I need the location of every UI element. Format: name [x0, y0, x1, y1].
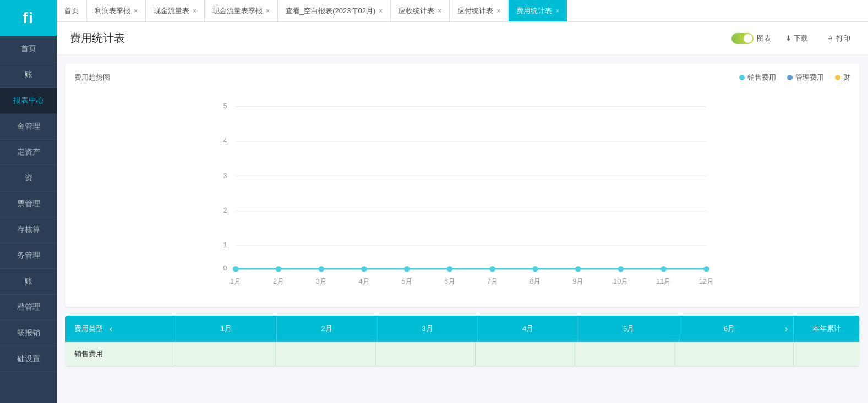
svg-text:5: 5	[223, 102, 227, 110]
sidebar-item-tickets[interactable]: 票管理	[0, 191, 57, 217]
sidebar-item-finance[interactable]: 金管理	[0, 114, 57, 140]
sidebar-item-ledger[interactable]: 账	[0, 269, 57, 295]
print-icon: 🖨	[827, 34, 834, 42]
page-header: 费用统计表 图表 ⬇ 下载 🖨 打印	[57, 22, 868, 55]
main-content: 首页 利润表季报 × 现金流量表 × 现金流量表季报 × 查看_空白报表(202…	[57, 0, 868, 403]
svg-text:2月: 2月	[273, 278, 284, 285]
tab-close-cashflow-quarterly[interactable]: ×	[266, 7, 270, 15]
chart-dot-5	[404, 266, 410, 272]
table-header-feb: 2月	[276, 316, 377, 342]
chart-toggle-wrap: 图表	[731, 33, 771, 44]
table-cell-sales-type: 销售费用	[65, 349, 176, 359]
header-actions: 图表 ⬇ 下载 🖨 打印	[731, 31, 855, 46]
table-cell-sales-may	[575, 342, 674, 366]
tab-home[interactable]: 首页	[57, 0, 87, 22]
tab-receivable[interactable]: 应收统计表 ×	[391, 0, 450, 22]
svg-text:4月: 4月	[358, 278, 369, 285]
table-header-ytd: 本年累计	[793, 316, 859, 342]
table-header-type: 费用类型 ‹	[65, 324, 176, 334]
table-header-mar: 3月	[377, 316, 478, 342]
legend-finance: 财	[835, 73, 850, 82]
svg-text:3: 3	[223, 172, 227, 180]
legend-management: 管理费用	[787, 73, 824, 82]
svg-text:3月: 3月	[316, 278, 327, 285]
table-cell-sales-mar	[375, 342, 475, 366]
download-button[interactable]: ⬇ 下载	[781, 31, 812, 46]
svg-text:7月: 7月	[487, 278, 498, 285]
legend-label-sales: 销售费用	[747, 73, 776, 82]
legend-dot-management	[787, 75, 793, 80]
chart-dot-10	[618, 266, 624, 272]
tab-close-expense-stats[interactable]: ×	[555, 7, 559, 15]
table-header-may: 5月	[578, 316, 679, 342]
tab-cashflow[interactable]: 现金流量表 ×	[146, 0, 205, 22]
tab-profit-quarterly[interactable]: 利润表季报 ×	[87, 0, 146, 22]
sidebar-item-archive[interactable]: 档管理	[0, 295, 57, 321]
table-header-jan: 1月	[176, 316, 276, 342]
legend-label-finance: 财	[843, 73, 850, 82]
chart-dot-7	[489, 266, 495, 272]
svg-text:2: 2	[223, 207, 227, 214]
tab-close-receivable[interactable]: ×	[438, 7, 441, 15]
table-header-apr: 4月	[477, 316, 578, 342]
chart-dot-8	[532, 266, 538, 272]
table-header-jun: 6月	[679, 316, 779, 342]
chart-dot-3	[319, 266, 325, 272]
svg-text:1月: 1月	[230, 278, 241, 285]
table-cell-sales-feb	[275, 342, 375, 366]
chart-header: 费用趋势图 销售费用 管理费用 财	[74, 73, 850, 82]
table-nav-next[interactable]: ›	[779, 324, 793, 334]
svg-text:0: 0	[223, 264, 227, 272]
chart-toggle[interactable]	[731, 33, 754, 44]
download-icon: ⬇	[785, 34, 791, 42]
tab-close-cashflow[interactable]: ×	[193, 7, 196, 15]
sidebar: fi 首页 账 报表中心 金管理 定资产 资 票管理 存核算 务管理 账 档管理…	[0, 0, 57, 403]
page-title: 费用统计表	[70, 31, 125, 46]
tab-bar: 首页 利润表季报 × 现金流量表 × 现金流量表季报 × 查看_空白报表(202…	[57, 0, 868, 22]
svg-text:10月: 10月	[613, 278, 628, 285]
legend-label-management: 管理费用	[795, 73, 824, 82]
sidebar-item-service[interactable]: 务管理	[0, 243, 57, 269]
chart-title: 费用趋势图	[74, 73, 110, 82]
tab-blank-report[interactable]: 查看_空白报表(2023年02月) ×	[278, 0, 391, 22]
table-cell-sales-apr	[475, 342, 575, 366]
svg-text:11月: 11月	[656, 278, 671, 285]
table-cell-sales-ytd	[793, 342, 859, 366]
legend-dot-finance	[835, 75, 840, 80]
table-header-type-label: 费用类型	[74, 324, 103, 334]
chart-svg: 5 4 3 2 1 0	[74, 89, 850, 298]
download-label: 下载	[794, 34, 808, 43]
chart-dot-1	[233, 266, 239, 272]
chart-dot-4	[361, 266, 367, 272]
sidebar-item-home[interactable]: 首页	[0, 36, 57, 62]
svg-text:12月: 12月	[699, 278, 714, 285]
page-content: 费用统计表 图表 ⬇ 下载 🖨 打印 费用趋势图	[57, 22, 868, 403]
tab-expense-stats[interactable]: 费用统计表 ×	[509, 0, 567, 22]
svg-text:4: 4	[223, 137, 227, 145]
sidebar-item-reports[interactable]: 报表中心	[0, 88, 57, 114]
chart-dot-9	[575, 266, 581, 272]
legend-dot-sales	[739, 75, 745, 80]
sidebar-item-assets[interactable]: 定资产	[0, 140, 57, 165]
svg-text:6月: 6月	[444, 278, 455, 285]
sidebar-item-capital[interactable]: 资	[0, 165, 57, 191]
tab-close-payable[interactable]: ×	[496, 7, 500, 15]
table-nav-prev[interactable]: ‹	[107, 324, 114, 334]
table-row-sales: 销售费用	[65, 342, 859, 366]
svg-text:5月: 5月	[401, 278, 412, 285]
svg-text:1: 1	[223, 241, 227, 249]
chart-toggle-label: 图表	[757, 34, 771, 43]
tab-cashflow-quarterly[interactable]: 现金流量表季报 ×	[205, 0, 278, 22]
sidebar-item-expense[interactable]: 畅报销	[0, 321, 57, 346]
legend-sales: 销售费用	[739, 73, 776, 82]
sidebar-item-settings[interactable]: 础设置	[0, 346, 57, 372]
tab-close-blank-report[interactable]: ×	[379, 7, 383, 15]
sidebar-item-account[interactable]: 账	[0, 62, 57, 88]
tab-close-profit-quarterly[interactable]: ×	[134, 7, 138, 15]
sidebar-item-inventory[interactable]: 存核算	[0, 217, 57, 243]
chart-dot-11	[660, 266, 667, 272]
print-button[interactable]: 🖨 打印	[822, 31, 855, 46]
tab-payable[interactable]: 应付统计表 ×	[450, 0, 509, 22]
table-header-row: 费用类型 ‹ 1月 2月 3月 4月 5月	[65, 316, 859, 342]
svg-text:8月: 8月	[529, 278, 541, 285]
